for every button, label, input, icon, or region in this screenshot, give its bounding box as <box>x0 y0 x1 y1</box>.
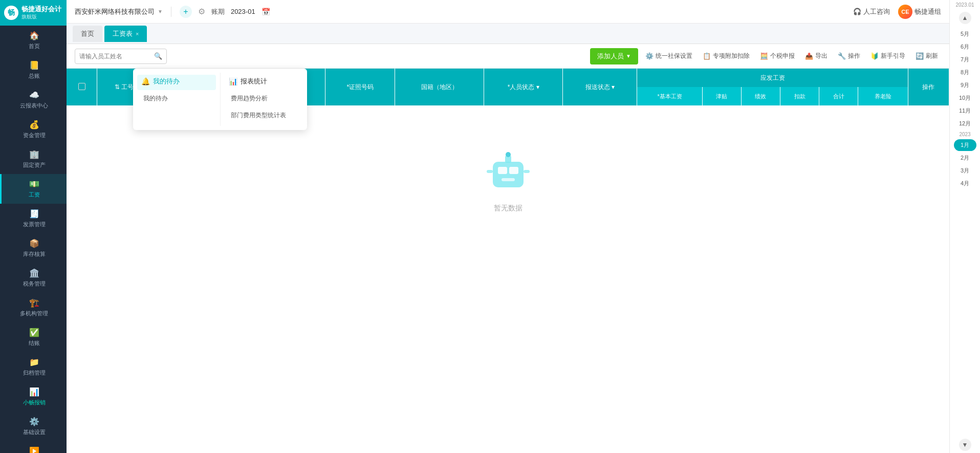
calendar-icon[interactable]: 📅 <box>262 8 270 16</box>
timeline-year-label: 2023.01 <box>955 0 974 10</box>
add-company-button[interactable]: + <box>180 6 192 18</box>
col-header-checkbox[interactable] <box>67 69 97 105</box>
service-label: 人工咨询 <box>863 7 890 16</box>
dropdown-popup: 🔔 我的待办 我的待办 📊 报表统计 费用趋势分析 部门费用类型统计表 <box>133 69 307 130</box>
sidebar-icon-closing: ✅ <box>29 328 39 337</box>
action-label-refresh: 刷新 <box>926 52 938 60</box>
tab-payroll-tab[interactable]: 工资表× <box>104 26 147 42</box>
user-info[interactable]: CE 畅捷通组 <box>898 5 941 19</box>
timeline-months: 5月6月7月8月9月10月11月12月20231月2月3月4月 <box>954 26 976 437</box>
sidebar-item-guide[interactable]: ▶️新手引导 <box>0 441 67 453</box>
avatar-initials: CE <box>901 9 909 15</box>
sidebar-item-archive[interactable]: 📁归档管理 <box>0 352 67 382</box>
sidebar-label-ledger: 总账 <box>29 72 40 80</box>
company-name: 西安虾米网络科技有限公司 <box>75 7 155 16</box>
action-icon-special-deduction: 📋 <box>703 52 711 60</box>
sidebar-label-xiaochang: 小畅报销 <box>23 399 46 406</box>
sidebar-item-invoice[interactable]: 🧾发票管理 <box>0 204 67 233</box>
sidebar-item-inventory[interactable]: 📦库存核算 <box>0 233 67 263</box>
col-header-actions: 操作 <box>908 69 949 105</box>
customer-service-btn[interactable]: 🎧 人工咨询 <box>853 7 890 16</box>
sidebar-item-tax[interactable]: 🏛️税务管理 <box>0 263 67 293</box>
tab-close-payroll-tab[interactable]: × <box>136 31 139 37</box>
timeline-month-m10[interactable]: 10月 <box>954 92 976 104</box>
company-dropdown-arrow: ▼ <box>158 9 163 14</box>
settings-icon[interactable]: ⚙ <box>198 7 205 16</box>
toolbar-action-new-guide[interactable]: 🔰新手引导 <box>867 49 908 64</box>
timeline-month-m12[interactable]: 12月 <box>954 118 976 130</box>
sidebar-item-ledger[interactable]: 📒总账 <box>0 55 67 85</box>
headset-icon: 🎧 <box>853 8 861 15</box>
sidebar-item-fund[interactable]: 💰资金管理 <box>0 115 67 144</box>
action-label-special-deduction: 专项附加扣除 <box>713 52 750 60</box>
search-icon[interactable]: 🔍 <box>154 52 162 60</box>
sidebar-item-xiaochang[interactable]: 📊小畅报销 <box>0 382 67 412</box>
timeline-month-m2[interactable]: 2月 <box>954 152 976 164</box>
svg-rect-1 <box>498 167 507 174</box>
company-select[interactable]: 西安虾米网络科技有限公司 ▼ <box>75 7 163 16</box>
sidebar-label-tax: 税务管理 <box>23 280 46 288</box>
sidebar-item-payroll[interactable]: 💵工资 <box>0 174 67 204</box>
sidebar-item-cloud-report[interactable]: ☁️云报表中心 <box>0 85 67 115</box>
action-icon-social-insurance: ⚙️ <box>645 52 654 60</box>
toolbar-action-social-insurance[interactable]: ⚙️统一社保设置 <box>642 49 695 64</box>
toolbar-action-special-deduction[interactable]: 📋专项附加扣除 <box>700 49 753 64</box>
svg-rect-6 <box>487 170 493 173</box>
sidebar-label-inventory: 库存核算 <box>23 250 46 258</box>
sidebar-item-home[interactable]: 🏠首页 <box>0 26 67 55</box>
timeline-month-m9[interactable]: 9月 <box>954 79 976 91</box>
svg-rect-3 <box>502 178 515 181</box>
col-header-bonus: 绩效 <box>741 87 780 105</box>
sidebar-icon-inventory: 📦 <box>29 239 39 248</box>
toolbar-action-export[interactable]: 📤导出 <box>802 49 831 64</box>
report-icon: 📊 <box>229 77 237 85</box>
select-all-checkbox[interactable] <box>78 83 85 90</box>
add-person-button[interactable]: 添加人员▼ <box>590 48 638 64</box>
sidebar-label-multi-org: 多机构管理 <box>20 310 48 317</box>
add-person-arrow: ▼ <box>626 53 631 59</box>
timeline-scroll-up-btn[interactable]: ▲ <box>959 12 971 24</box>
search-input[interactable] <box>79 53 151 60</box>
toolbar-action-operations[interactable]: 🔧操作 <box>835 49 863 64</box>
employee-search-wrap: 🔍 <box>75 49 167 64</box>
action-label-social-insurance: 统一社保设置 <box>656 52 692 60</box>
timeline-scroll-down-btn[interactable]: ▼ <box>959 439 971 451</box>
timeline-month-m8[interactable]: 8月 <box>954 67 976 78</box>
toolbar: 🔍 添加人员▼⚙️统一社保设置📋专项附加扣除🧮个税申报📤导出🔧操作🔰新手引导🔄刷… <box>67 44 949 69</box>
user-name: 畅捷通组 <box>914 7 941 16</box>
topbar-right: 🎧 人工咨询 CE 畅捷通组 <box>853 5 941 19</box>
empty-icon <box>483 146 534 198</box>
dropdown-item-cost-trend[interactable]: 费用趋势分析 <box>221 90 308 107</box>
sidebar-label-fund: 资金管理 <box>23 132 46 139</box>
tab-home-tab[interactable]: 首页 <box>73 26 102 42</box>
logo-icon: 畅 <box>4 6 18 20</box>
sidebar-item-multi-org[interactable]: 🏗️多机构管理 <box>0 293 67 322</box>
topbar: 西安虾米网络科技有限公司 ▼ + ⚙ 账期 2023-01 📅 🎧 人工咨询 C… <box>67 0 949 24</box>
sidebar-label-fixed-asset: 固定资产 <box>23 161 46 169</box>
timeline-month-m4[interactable]: 4月 <box>954 178 976 189</box>
timeline-month-m5[interactable]: 5月 <box>954 28 976 40</box>
add-person-label: 添加人员 <box>597 52 624 61</box>
timeline-month-m3[interactable]: 3月 <box>954 165 976 177</box>
dropdown-item-dept-cost[interactable]: 部门费用类型统计表 <box>221 107 308 124</box>
sidebar-item-basic-settings[interactable]: ⚙️基础设置 <box>0 412 67 441</box>
sidebar-label-closing: 结账 <box>29 339 40 347</box>
timeline-month-m1[interactable]: 1月 <box>954 139 976 151</box>
toolbar-action-refresh[interactable]: 🔄刷新 <box>912 49 941 64</box>
col-header-nationality: 国籍（地区） <box>395 69 484 105</box>
timeline-panel: 2023.01 ▲ 5月6月7月8月9月10月11月12月20231月2月3月4… <box>949 0 980 453</box>
toolbar-action-tax-declare[interactable]: 🧮个税申报 <box>757 49 798 64</box>
timeline-month-m6[interactable]: 6月 <box>954 41 976 53</box>
sidebar-item-closing[interactable]: ✅结账 <box>0 322 67 352</box>
sidebar-label-invoice: 发票管理 <box>23 221 46 228</box>
empty-text: 暂无数据 <box>494 204 522 213</box>
sidebar-icon-cloud-report: ☁️ <box>29 90 39 100</box>
action-icon-tax-declare: 🧮 <box>760 52 768 60</box>
sidebar-icon-ledger: 📒 <box>29 60 39 70</box>
sidebar-icon-invoice: 🧾 <box>29 209 39 219</box>
dropdown-item-my-todo[interactable]: 我的待办 <box>133 90 220 107</box>
action-icon-export: 📤 <box>805 52 813 60</box>
sidebar-item-fixed-asset[interactable]: 🏢固定资产 <box>0 144 67 174</box>
timeline-month-m7[interactable]: 7月 <box>954 54 976 66</box>
timeline-month-m11[interactable]: 11月 <box>954 105 976 117</box>
